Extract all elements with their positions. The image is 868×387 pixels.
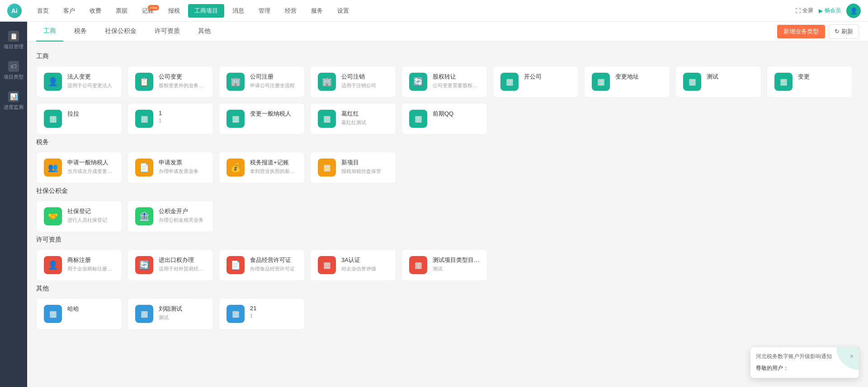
card-change-taxpayer[interactable]: ▦ 变更一般纳税人 [219, 103, 305, 135]
num1-icon: ▦ [135, 110, 153, 128]
nav-item-accounting[interactable]: 记账 new [136, 4, 160, 18]
card-change-address[interactable]: ▦ 变更地址 [584, 66, 670, 98]
card-import-export[interactable]: 🔄 进出口权办理 适用于对外贸易经营者 [127, 249, 213, 281]
tax-report-icon: 💰 [226, 159, 245, 177]
card-new-project[interactable]: ▦ 新项目 报税加税控盘保管 [310, 152, 396, 183]
progress-monitor-icon: 📊 [8, 91, 19, 102]
sub-tab-actions: 新增业务类型 ↻ 刷新 [777, 24, 859, 39]
card-liu-cong-test[interactable]: ▦ 刘聪测试 测试 [127, 298, 213, 330]
sub-tab-other[interactable]: 其他 [191, 22, 218, 42]
card-equity-transfer[interactable]: 🔄 股权转让 公司变更需要股权转让 [401, 66, 487, 98]
card-trademark[interactable]: 👤 商标注册 用于企业商标注册服务 [36, 249, 122, 281]
content-area: 工商 👤 法人变更 适用于公司变更法人 📋 公司变更 股权变更外的业务变更 🏢 [27, 42, 868, 340]
license-section-title: 许可资质 [36, 236, 859, 244]
nav-item-manage[interactable]: 管理 [252, 4, 277, 18]
open-company-title: 开公司 [524, 73, 571, 81]
sidebar: 📋 项目管理 🏷 项目类型 📊 进度监测 [0, 22, 27, 387]
apply-taxpayer-icon: 👥 [44, 159, 62, 177]
provident-fund-title: 公积金开户 [159, 207, 206, 215]
nav-item-home[interactable]: 首页 [31, 4, 55, 18]
3a-cert-desc: 对企业信誉评级 [341, 266, 388, 272]
other-cards-grid: ▦ 哈哈 ▦ 刘聪测试 测试 ▦ 21 1 [36, 298, 859, 330]
fullscreen-button[interactable]: ⛶ 全屏 [795, 7, 813, 14]
nav-item-ticket[interactable]: 票据 [109, 4, 134, 18]
license-cards-grid: 👤 商标注册 用于企业商标注册服务 🔄 进出口权办理 适用于对外贸易经营者 📄 … [36, 249, 859, 281]
nav-item-tax[interactable]: 报税 [162, 4, 186, 18]
card-tax-report[interactable]: 💰 税务报道+记账 拿到营业执照的新公司 [219, 152, 305, 183]
nav-item-billing[interactable]: 收费 [83, 4, 108, 18]
play-icon: ▶ [819, 8, 823, 14]
sub-tab-industry[interactable]: 工商 [36, 22, 63, 42]
add-business-type-button[interactable]: 新增业务类型 [777, 25, 825, 38]
card-test[interactable]: ▦ 测试 [675, 66, 761, 98]
provident-fund-icon: 🏦 [135, 207, 153, 225]
card-lala[interactable]: ▦ 拉拉 [36, 103, 122, 135]
card-test-project-type[interactable]: ▦ 测试项目类型目定义 测试 [401, 249, 487, 281]
food-license-icon: 📄 [226, 256, 245, 274]
num21-title: 21 [250, 305, 297, 312]
card-company-change[interactable]: 📋 公司变更 股权变更外的业务变更 [127, 66, 213, 98]
nav-item-settings[interactable]: 设置 [331, 4, 355, 18]
ge-hong-hong-icon: ▦ [318, 110, 336, 128]
card-apply-taxpayer[interactable]: 👥 申请一般纳税人 当月或次月成变更完成 [36, 152, 122, 183]
card-food-license[interactable]: 📄 食品经营许可证 办理食品经营许可证 [219, 249, 305, 281]
svg-point-0 [836, 347, 859, 370]
sidebar-item-progress-monitor[interactable]: 📊 进度监测 [0, 86, 27, 116]
haha-icon: ▦ [44, 305, 62, 323]
sub-tab-license[interactable]: 许可资质 [147, 22, 187, 42]
project-type-icon: 🏷 [8, 61, 19, 72]
user-avatar[interactable]: 👤 [846, 4, 861, 18]
legal-change-title: 法人变更 [67, 73, 114, 81]
new-badge: new [148, 5, 159, 10]
vip-button[interactable]: ▶ 畅会员 [819, 7, 841, 14]
card-company-cancel[interactable]: 🏢 公司注销 适用于注销公司 [310, 66, 396, 98]
card-open-company[interactable]: ▦ 开公司 [493, 66, 579, 98]
change-taxpayer-icon: ▦ [226, 110, 245, 128]
top-navigation: Ai 首页 客户 收费 票据 记账 new 报税 工商项目 消息 管理 经营 服… [0, 0, 868, 22]
card-social-register[interactable]: 🤝 社保登记 进行人员社保登记 [36, 200, 122, 232]
sidebar-item-project-manage[interactable]: 📋 项目管理 [0, 25, 27, 56]
card-provident-fund[interactable]: 🏦 公积金开户 办理公积金相关业务 [127, 200, 213, 232]
notification-title: 河北税务数字账户升级影响通知 [756, 353, 832, 360]
apply-invoice-title: 申请发票 [159, 159, 206, 167]
num1-title: 1 [159, 110, 206, 117]
change2-icon: ▦ [774, 73, 793, 91]
social-register-icon: 🤝 [44, 207, 62, 225]
early-qq-title: 前期QQ [433, 110, 480, 118]
open-company-icon: ▦ [500, 73, 519, 91]
3a-cert-title: 3A认证 [341, 256, 388, 264]
nav-item-service[interactable]: 服务 [305, 4, 329, 18]
card-haha[interactable]: ▦ 哈哈 [36, 298, 122, 330]
card-ge-hong-hong[interactable]: ▦ 葛红红 葛红红测试 [310, 103, 396, 135]
sub-tab-social-security[interactable]: 社保公积金 [98, 22, 144, 42]
card-change2[interactable]: ▦ 变更 [767, 66, 853, 98]
apply-taxpayer-title: 申请一般纳税人 [67, 159, 114, 167]
app-logo[interactable]: Ai [7, 4, 22, 18]
refresh-button[interactable]: ↻ 刷新 [829, 24, 859, 39]
food-license-title: 食品经营许可证 [250, 256, 297, 264]
nav-item-message[interactable]: 消息 [226, 4, 250, 18]
card-3a-cert[interactable]: ▦ 3A认证 对企业信誉评级 [310, 249, 396, 281]
company-change-icon: 📋 [135, 73, 153, 91]
card-early-qq[interactable]: ▦ 前期QQ [401, 103, 487, 135]
card-company-register[interactable]: 🏢 公司注册 申请公司注册全流程 [219, 66, 305, 98]
nav-item-operation[interactable]: 经营 [278, 4, 303, 18]
company-cancel-title: 公司注销 [341, 73, 388, 81]
sidebar-item-project-type[interactable]: 🏷 项目类型 [0, 56, 27, 86]
trademark-title: 商标注册 [67, 256, 114, 264]
import-export-icon: 🔄 [135, 256, 153, 274]
sub-tab-tax[interactable]: 税务 [67, 22, 94, 42]
card-num1[interactable]: ▦ 1 1 [127, 103, 213, 135]
provident-fund-desc: 办理公积金相关业务 [159, 217, 206, 224]
card-num21[interactable]: ▦ 21 1 [219, 298, 305, 330]
card-legal-change[interactable]: 👤 法人变更 适用于公司变更法人 [36, 66, 122, 98]
nav-item-client[interactable]: 客户 [57, 4, 81, 18]
card-apply-invoice[interactable]: 📄 申请发票 办理申请发票业务 [127, 152, 213, 183]
import-export-title: 进出口权办理 [159, 256, 206, 264]
apply-invoice-icon: 📄 [135, 159, 153, 177]
nav-item-industry[interactable]: 工商项目 [188, 4, 224, 18]
legal-change-icon: 👤 [44, 73, 62, 91]
lala-icon: ▦ [44, 110, 62, 128]
legal-change-desc: 适用于公司变更法人 [67, 82, 114, 89]
company-cancel-desc: 适用于注销公司 [341, 82, 388, 89]
